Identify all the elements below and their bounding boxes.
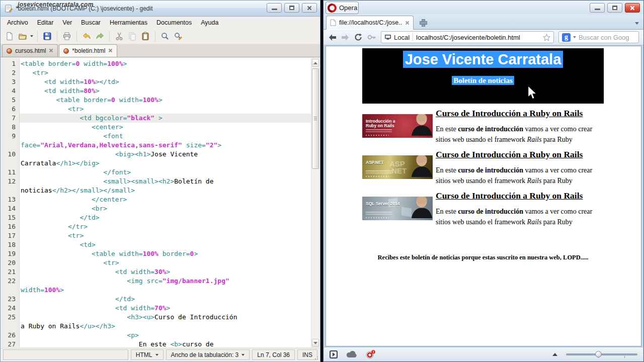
gedit-editor[interactable]: 1<table border=0 width=100%>2 <tr>3 <td … <box>1 58 319 347</box>
code-lines[interactable]: 1<table border=0 width=100%>2 <tr>3 <td … <box>1 59 311 349</box>
zoom-popup-icon[interactable] <box>552 353 557 356</box>
menu-archivo[interactable]: Archivo <box>3 17 33 28</box>
code-row[interactable]: 14 <br> <box>1 204 311 213</box>
scroll-up-icon[interactable] <box>312 59 319 67</box>
code-row[interactable]: Carratala</h1></big> <box>1 159 311 168</box>
code-row[interactable]: 21 <td width=30%> <box>1 267 311 277</box>
menu-ver[interactable]: Ver <box>58 17 76 28</box>
redo-icon[interactable] <box>94 31 105 42</box>
new-document-icon[interactable] <box>4 31 15 42</box>
search-engine-chevron-icon[interactable] <box>573 36 576 38</box>
search-placeholder[interactable]: Buscar con Goog <box>579 34 629 41</box>
code-row[interactable]: 8 <center> <box>1 123 311 132</box>
code-row[interactable]: 18 <td> <box>1 240 311 249</box>
google-icon[interactable]: g <box>562 33 571 42</box>
open-dropdown-icon[interactable] <box>30 35 33 37</box>
print-icon[interactable] <box>61 31 72 42</box>
course-heading-link[interactable]: Curso de Introducción a Ruby on Rails <box>436 149 606 160</box>
code-row[interactable]: 26 <p> <box>1 331 311 340</box>
tab-list-chevron-icon[interactable] <box>635 22 639 25</box>
code-row[interactable]: 16 </tr> <box>1 222 311 231</box>
code-row[interactable]: 13 </center> <box>1 195 311 204</box>
editor-tab[interactable]: *boletin.html <box>59 44 117 57</box>
code-row[interactable]: 4 <td width=80%> <box>1 86 311 96</box>
menu-documentos[interactable]: Documentos <box>152 17 196 28</box>
browser-tab[interactable]: file://localhost/C:/jose... <box>326 16 414 30</box>
undo-icon[interactable] <box>81 31 92 42</box>
zoom-slider[interactable] <box>566 350 637 358</box>
bookmark-star-icon[interactable] <box>543 34 550 41</box>
menu-editar[interactable]: Editar <box>33 17 58 28</box>
url-text[interactable]: localhost/C:/josevicente/boletin.html <box>416 34 540 41</box>
tab-close-icon[interactable] <box>405 21 410 25</box>
search-icon[interactable] <box>159 31 171 42</box>
browser-viewport[interactable]: Jose Vicente Carratala Boletín de notici… <box>326 46 641 346</box>
code-row[interactable]: 5 <table border=0 width=100%> <box>1 96 311 105</box>
reload-icon[interactable] <box>354 33 363 41</box>
menu-ayuda[interactable]: Ayuda <box>196 17 223 28</box>
code-row[interactable]: a Ruby on Rails</u></h3> <box>1 322 311 331</box>
opera-close-button[interactable] <box>625 3 640 13</box>
opera-menu-button[interactable]: Opera <box>326 2 359 14</box>
menu-herramientas[interactable]: Herramientas <box>105 17 152 28</box>
opera-maximize-button[interactable] <box>607 3 622 13</box>
code-row[interactable]: 3 <td width=10%></td> <box>1 77 311 86</box>
mouse-cursor <box>527 85 538 101</box>
code-row[interactable]: 22 <img src="img/banner1.jpg" <box>1 277 311 286</box>
save-icon[interactable] <box>42 31 53 42</box>
code-row[interactable]: 17 <tr> <box>1 231 311 240</box>
address-bar[interactable]: Local localhost/C:/josevicente/boletin.h… <box>381 31 554 43</box>
key-icon[interactable] <box>367 34 376 40</box>
menu-buscar[interactable]: Buscar <box>76 17 105 28</box>
opera-minimize-button[interactable] <box>590 3 605 13</box>
copy-icon[interactable] <box>127 31 138 42</box>
code-row[interactable]: 24 <td width=70%> <box>1 304 311 313</box>
paste-icon[interactable] <box>140 31 151 42</box>
code-row[interactable]: 2 <tr> <box>1 68 311 77</box>
scroll-down-icon[interactable] <box>312 339 319 347</box>
opera-update-badge-icon[interactable] <box>366 350 376 359</box>
course-heading-link[interactable]: Curso de Introducción a Ruby on Rails <box>436 108 606 119</box>
editor-scrollbar[interactable] <box>311 58 319 347</box>
gedit-maximize-button[interactable] <box>284 3 299 13</box>
code-row[interactable]: 6 <tr> <box>1 105 311 114</box>
editor-tab[interactable]: cursos.html <box>2 44 58 57</box>
cut-icon[interactable] <box>114 31 125 42</box>
opera-titlebar[interactable]: Opera <box>324 1 643 14</box>
connection-badge[interactable]: Local <box>384 34 410 41</box>
code-row[interactable]: 25 <h3><u>Curso de Introducción <box>1 313 311 322</box>
code-row[interactable]: 10 <big><h1>Jose Vicente <box>1 150 311 159</box>
search-replace-icon[interactable] <box>173 31 184 42</box>
code-row[interactable]: noticias</h2></small></small> <box>1 186 311 195</box>
language-mode-select[interactable]: HTML <box>131 349 164 360</box>
gedit-titlebar[interactable]: *boletin.html (BOOTCAMP (C:) \josevicent… <box>1 1 320 17</box>
tab-close-icon[interactable] <box>49 48 53 53</box>
new-tab-button[interactable] <box>418 18 427 26</box>
gedit-close-button[interactable] <box>302 3 317 13</box>
scrollbar-thumb[interactable] <box>312 68 319 169</box>
code-text: <font <box>20 132 311 141</box>
code-row[interactable]: 9 <font <box>1 132 311 141</box>
sidebar-panel-icon[interactable] <box>330 350 338 358</box>
tab-close-icon[interactable] <box>108 48 113 53</box>
code-row[interactable]: width=100%> <box>1 286 311 295</box>
resize-grip[interactable] <box>313 355 318 360</box>
gedit-minimize-button[interactable] <box>267 3 282 13</box>
course-heading-link[interactable]: Curso de Introducción a Ruby on Rails <box>436 190 606 201</box>
code-row[interactable]: 20 <tr> <box>1 258 311 267</box>
code-row[interactable]: 19 <table width=100% border=0> <box>1 249 311 258</box>
code-row[interactable]: 15 </td> <box>1 213 311 222</box>
code-row[interactable]: 12 <small><small><h2>Boletín de <box>1 177 311 186</box>
opera-unite-cloud-icon[interactable] <box>346 351 357 358</box>
open-file-icon[interactable] <box>17 31 28 42</box>
tab-width-select[interactable]: Ancho de la tabulación: 3 <box>166 349 250 360</box>
code-row-current[interactable]: 7 <td bgcolor="black" > <box>1 114 311 123</box>
code-row[interactable]: 23 </td> <box>1 295 311 304</box>
back-icon[interactable] <box>328 34 337 41</box>
code-row[interactable]: 1<table border=0 width=100%> <box>1 59 311 68</box>
forward-icon[interactable] <box>341 34 350 41</box>
code-row[interactable]: 11 </font> <box>1 168 311 177</box>
zoom-slider-handle[interactable] <box>595 351 602 357</box>
search-bar[interactable]: g Buscar con Goog <box>558 31 639 43</box>
code-row[interactable]: face="Arial,Verdana,Helvetica,sans-serif… <box>1 141 311 150</box>
